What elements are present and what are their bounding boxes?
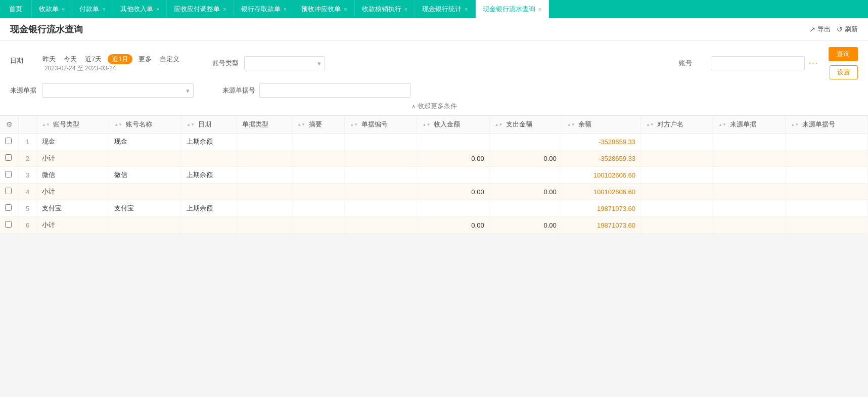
th-account-type[interactable]: ▲▼ 账号类型 xyxy=(37,116,109,134)
th-row-num xyxy=(19,116,37,134)
nav-bank-deposit-close[interactable]: × xyxy=(284,6,287,12)
nav-other-income[interactable]: 其他收入单 × xyxy=(113,0,167,18)
row-checkbox[interactable] xyxy=(5,171,12,178)
nav-cash-bank-flow-label: 现金银行流水查询 xyxy=(483,5,535,14)
th-date[interactable]: ▲▼ 日期 xyxy=(181,116,237,134)
cell-summary xyxy=(292,150,345,167)
cell-doc-type xyxy=(237,134,292,150)
table-row[interactable]: 1现金现金上期余额-3528659.33 xyxy=(0,134,868,150)
collapse-bar[interactable]: ∧ 收起更多条件 xyxy=(10,102,858,111)
export-icon: ↗ xyxy=(809,25,815,33)
table-row[interactable]: 5支付宝支付宝上期余额19871073.60 xyxy=(0,200,868,217)
nav-cash-bank-flow[interactable]: 现金银行流水查询 × xyxy=(476,0,549,18)
source-doc-select[interactable] xyxy=(42,83,194,98)
cell-doc-no xyxy=(345,167,417,184)
row-checkbox[interactable] xyxy=(5,204,12,211)
sort-account-name-icon: ▲▼ xyxy=(114,123,122,127)
refresh-label: 刷新 xyxy=(845,25,858,34)
cell-counterpart xyxy=(641,167,713,184)
nav-cash-bank-flow-close[interactable]: × xyxy=(538,6,541,12)
nav-cash-bank-stats-close[interactable]: × xyxy=(465,6,468,12)
nav-bank-deposit[interactable]: 银行存取款单 × xyxy=(234,0,294,18)
nav-payments[interactable]: 付款单 × xyxy=(72,0,113,18)
cell-doc-type xyxy=(237,200,292,217)
shortcut-7days[interactable]: 近7天 xyxy=(83,54,104,64)
sort-doc-no-icon: ▲▼ xyxy=(350,123,358,127)
cell-account-name: 现金 xyxy=(109,134,181,150)
refresh-button[interactable]: ↺ 刷新 xyxy=(837,25,858,34)
cell-date: 上期余额 xyxy=(181,134,237,150)
settings-button[interactable]: 设置 xyxy=(830,65,858,79)
th-doc-no[interactable]: ▲▼ 单据编号 xyxy=(345,116,417,134)
sort-counterpart-icon: ▲▼ xyxy=(646,123,654,127)
query-button[interactable]: 查询 xyxy=(829,47,858,61)
th-income[interactable]: ▲▼ 收入金额 xyxy=(417,116,489,134)
cell-doc-type xyxy=(237,150,292,167)
cell-balance: 100102606.60 xyxy=(562,184,641,200)
export-button[interactable]: ↗ 导出 xyxy=(809,25,831,34)
cell-account-name: 微信 xyxy=(109,167,181,184)
cell-date xyxy=(181,184,237,200)
nav-ar-ap-adjust[interactable]: 应收应付调整单 × xyxy=(167,0,234,18)
cell-expense: 0.00 xyxy=(489,217,562,234)
source-doc-no-label: 来源单据号 xyxy=(222,86,255,95)
nav-receipts-close[interactable]: × xyxy=(62,6,65,12)
nav-receipt-verify[interactable]: 收款核销执行 × xyxy=(355,0,415,18)
account-ellipsis[interactable]: ··· xyxy=(809,59,818,68)
nav-prepay-offset-close[interactable]: × xyxy=(344,6,347,12)
row-checkbox[interactable] xyxy=(5,138,12,144)
account-type-select[interactable] xyxy=(244,56,325,70)
page-header: 现金银行流水查询 ↗ 导出 ↺ 刷新 xyxy=(0,18,868,41)
shortcut-custom[interactable]: 自定义 xyxy=(158,54,181,64)
row-checkbox-cell xyxy=(0,167,19,184)
nav-payments-close[interactable]: × xyxy=(102,6,105,12)
cell-account-name: 支付宝 xyxy=(109,200,181,217)
shortcut-today[interactable]: 今天 xyxy=(62,54,79,64)
table-settings-col[interactable]: ⚙ xyxy=(0,116,19,134)
nav-home[interactable]: 首页 xyxy=(0,0,32,18)
cell-source-doc xyxy=(713,134,786,150)
th-balance[interactable]: ▲▼ 余额 xyxy=(562,116,641,134)
row-number: 1 xyxy=(19,134,37,150)
row-checkbox[interactable] xyxy=(5,221,12,228)
row-checkbox-cell xyxy=(0,134,19,150)
th-source-doc-no[interactable]: ▲▼ 来源单据号 xyxy=(786,116,868,134)
source-doc-no-input[interactable] xyxy=(259,83,411,98)
top-navigation: 首页 收款单 × 付款单 × 其他收入单 × 应收应付调整单 × 银行存取款单 … xyxy=(0,0,868,18)
row-checkbox-cell xyxy=(0,150,19,167)
cell-source-doc-no xyxy=(786,167,868,184)
filter-row-2: 来源单据 来源单据号 xyxy=(10,83,858,98)
th-account-name[interactable]: ▲▼ 账号名称 xyxy=(109,116,181,134)
shortcut-more[interactable]: 更多 xyxy=(136,54,154,64)
row-checkbox[interactable] xyxy=(5,188,12,194)
table-row[interactable]: 3微信微信上期余额100102606.60 xyxy=(0,167,868,184)
nav-ar-ap-adjust-close[interactable]: × xyxy=(223,6,226,12)
cell-doc-no xyxy=(345,150,417,167)
source-doc-label: 来源单据 xyxy=(10,86,38,95)
cell-expense xyxy=(489,200,562,217)
filter-row-1: 日期 昨天 今天 近7天 近1月 更多 自定义 2023-02-24 至 202… xyxy=(10,47,858,79)
nav-cash-bank-stats[interactable]: 现金银行统计 × xyxy=(415,0,475,18)
shortcut-1month[interactable]: 近1月 xyxy=(108,54,132,64)
th-summary[interactable]: ▲▼ 摘要 xyxy=(292,116,345,134)
table-row[interactable]: 2小计0.000.00-3528659.33 xyxy=(0,150,868,167)
filter-area: 日期 昨天 今天 近7天 近1月 更多 自定义 2023-02-24 至 202… xyxy=(0,41,868,115)
table-row[interactable]: 6小计0.000.0019871073.60 xyxy=(0,217,868,234)
nav-other-income-close[interactable]: × xyxy=(156,6,159,12)
nav-receipt-verify-close[interactable]: × xyxy=(404,6,407,12)
account-input[interactable] xyxy=(711,56,805,70)
cell-balance: 19871073.60 xyxy=(562,200,641,217)
table-settings-icon[interactable]: ⚙ xyxy=(5,120,13,128)
shortcut-yesterday[interactable]: 昨天 xyxy=(40,54,58,64)
cell-summary xyxy=(292,184,345,200)
th-counterpart[interactable]: ▲▼ 对方户名 xyxy=(641,116,713,134)
th-source-doc[interactable]: ▲▼ 来源单据 xyxy=(713,116,786,134)
date-filter-label: 日期 xyxy=(10,56,40,65)
row-checkbox[interactable] xyxy=(5,154,12,161)
table-row[interactable]: 4小计0.000.00100102606.60 xyxy=(0,184,868,200)
th-expense[interactable]: ▲▼ 支出金额 xyxy=(489,116,562,134)
nav-prepay-offset[interactable]: 预收冲应收单 × xyxy=(294,0,354,18)
cell-income: 0.00 xyxy=(417,150,489,167)
nav-receipts[interactable]: 收款单 × xyxy=(32,0,72,18)
account-type-label: 账号类型 xyxy=(212,59,240,68)
